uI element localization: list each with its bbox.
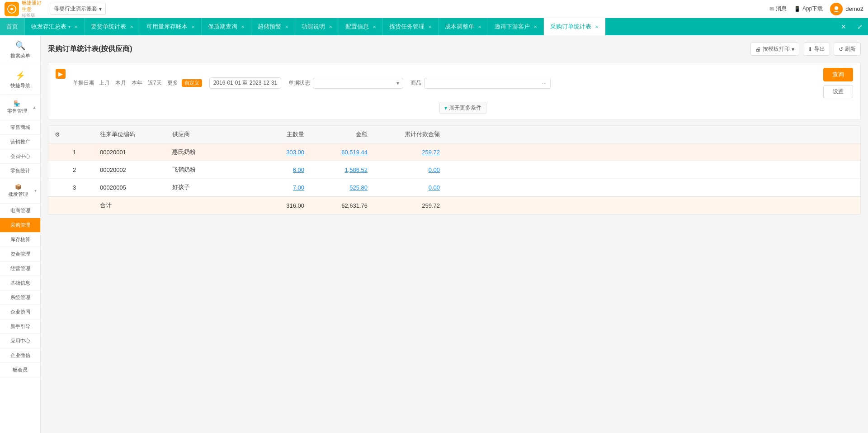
row-expand [48, 179, 66, 197]
sidebar-item-quick-nav[interactable]: ⚡ 快捷导航 [0, 65, 40, 95]
sidebar-item-retail-stats[interactable]: 零售统计 [0, 164, 40, 178]
tab-restore-button[interactable]: ⤢ [852, 18, 868, 35]
sidebar-item-enterprise[interactable]: 企业协同 [0, 305, 40, 319]
sidebar-item-basics[interactable]: 基础信息 [0, 276, 40, 290]
date-custom-badge[interactable]: 自定义 [182, 79, 202, 87]
sidebar-item-retail[interactable]: 🏪 零售管理 ▲ [0, 95, 40, 120]
tab-config-info[interactable]: 配置信息 ✕ [339, 18, 383, 35]
row-paid[interactable]: 0.00 [374, 161, 446, 179]
sidebar-item-app-center[interactable]: 应用中心 [0, 334, 40, 348]
sidebar-item-marketing[interactable]: 营销推广 [0, 135, 40, 149]
tab-close-icon[interactable]: ✕ [428, 24, 432, 29]
status-select[interactable]: ▾ [313, 78, 403, 89]
sidebar-item-operations[interactable]: 经营管理 [0, 262, 40, 276]
row-qty[interactable]: 7.00 [256, 179, 311, 197]
date-more[interactable]: 更多 [165, 78, 180, 88]
query-button[interactable]: 查询 [823, 68, 853, 81]
sidebar-item-new-guide[interactable]: 新手引导 [0, 319, 40, 334]
tab-goods-summary[interactable]: 要货单统计表 ✕ [85, 18, 140, 35]
sidebar-item-wholesale[interactable]: 📦 批发管理 ▾ [0, 178, 40, 204]
tab-cost-adjust[interactable]: 成本调整单 ✕ [439, 18, 488, 35]
th-spacer [446, 126, 860, 143]
sidebar-item-ecommerce[interactable]: 电商管理 [0, 204, 40, 218]
row-paid[interactable]: 0.00 [374, 179, 446, 197]
tab-close-all-button[interactable]: ✕ [835, 18, 852, 35]
tab-overstock-warning[interactable]: 超储预警 ✕ [251, 18, 295, 35]
table-row: 3 00020005 好孩子 7.00 525.80 0.00 [48, 179, 860, 197]
column-settings-icon[interactable]: ⚙ [55, 131, 60, 138]
th-settings[interactable]: ⚙ [48, 126, 66, 143]
export-button[interactable]: ⬇ 导出 [803, 43, 830, 56]
date-7days[interactable]: 近7天 [146, 78, 164, 88]
th-code[interactable]: 往来单位编码 [94, 126, 166, 143]
tab-close-icon[interactable]: ✕ [285, 24, 288, 29]
date-range-input[interactable]: 2016-01-01 至 2023-12-31 [209, 77, 281, 89]
row-seq: 1 [66, 143, 94, 161]
tab-warranty-query[interactable]: 保质期查询 ✕ [202, 18, 251, 35]
footer-paid: 259.72 [374, 196, 446, 214]
sidebar-item-finance[interactable]: 资金管理 [0, 247, 40, 262]
row-code: 00020005 [94, 179, 166, 197]
th-qty[interactable]: 主数量 [256, 126, 311, 143]
row-paid[interactable]: 259.72 [374, 143, 446, 161]
message-icon: ✉ [769, 6, 774, 12]
date-last-month[interactable]: 上月 [97, 78, 112, 88]
date-this-year[interactable]: 本年 [130, 78, 144, 88]
filter-toggle-button[interactable]: ▶ [56, 69, 66, 79]
tab-close-icon[interactable]: ✕ [329, 24, 332, 29]
th-paid[interactable]: 累计付款金额 [374, 126, 446, 143]
row-qty[interactable]: 303.00 [256, 143, 311, 161]
page-title-row: 采购订单统计表(按供应商) 🖨 按模板打印 ▾ ⬇ 导出 ↺ 刷新 [48, 43, 861, 56]
tab-receive-summary[interactable]: 收发存汇总表 ▾ ✕ [25, 18, 85, 35]
logo-icon [5, 2, 19, 16]
tab-home[interactable]: 首页 [0, 18, 25, 35]
tab-pick-task[interactable]: 拣货任务管理 ✕ [383, 18, 439, 35]
th-amount[interactable]: 金额 [311, 126, 374, 143]
row-seq: 2 [66, 161, 94, 179]
refresh-button[interactable]: ↺ 刷新 [834, 43, 861, 56]
app-download-button[interactable]: 📱 App下载 [794, 5, 823, 13]
tab-available-stock[interactable]: 可用量库存账本 ✕ [140, 18, 202, 35]
tab-close-icon[interactable]: ✕ [478, 24, 481, 29]
footer-seq [66, 196, 94, 214]
tab-close-icon[interactable]: ✕ [533, 24, 537, 29]
message-button[interactable]: ✉ 消息 [769, 5, 787, 13]
sidebar-item-search[interactable]: 🔍 搜索菜单 [0, 35, 40, 65]
workspace-selector[interactable]: 母婴行业演示账套 ▾ [50, 3, 106, 15]
tab-close-icon[interactable]: ✕ [191, 24, 195, 29]
goods-input[interactable]: ··· [424, 78, 551, 89]
settings-button[interactable]: 设置 [823, 85, 853, 98]
sidebar-item-system[interactable]: 系统管理 [0, 290, 40, 305]
row-amount[interactable]: 525.80 [311, 179, 374, 197]
sidebar-item-inventory[interactable]: 库存核算 [0, 233, 40, 247]
tab-close-icon[interactable]: ✕ [74, 24, 78, 29]
chevron-down-icon: ▾ [792, 46, 794, 52]
tab-invite-downstream[interactable]: 邀请下游客户 ✕ [488, 18, 544, 35]
quick-nav-icon: ⚡ [15, 71, 25, 81]
tab-close-active-icon[interactable]: ✕ [595, 24, 599, 29]
tab-purchase-summary[interactable]: 采购订单统计表 ✕ [544, 18, 605, 35]
sidebar-item-purchase[interactable]: 采购管理 [0, 218, 40, 233]
tab-close-icon[interactable]: ✕ [241, 24, 245, 29]
chevron-up-icon: ▲ [32, 105, 37, 110]
user-menu[interactable]: demo2 [830, 3, 863, 15]
download-icon: 📱 [794, 6, 801, 12]
tab-close-icon[interactable]: ✕ [373, 24, 376, 29]
th-supplier[interactable]: 供应商 [166, 126, 256, 143]
table-header-row: ⚙ 往来单位编码 供应商 主数量 金额 累计付款金额 [48, 126, 860, 143]
title-actions: 🖨 按模板打印 ▾ ⬇ 导出 ↺ 刷新 [750, 43, 861, 56]
sidebar-item-member2[interactable]: 畅会员 [0, 363, 40, 377]
footer-expand [48, 196, 66, 214]
template-print-button[interactable]: 🖨 按模板打印 ▾ [750, 43, 799, 56]
sidebar-item-member[interactable]: 会员中心 [0, 149, 40, 164]
tab-function-desc[interactable]: 功能说明 ✕ [295, 18, 339, 35]
row-amount[interactable]: 60,519.44 [311, 143, 374, 161]
sidebar-item-retail-mall[interactable]: 零售商城 [0, 120, 40, 135]
date-this-month[interactable]: 本月 [113, 78, 128, 88]
tab-close-icon[interactable]: ✕ [130, 24, 133, 29]
row-qty[interactable]: 6.00 [256, 161, 311, 179]
expand-button[interactable]: ▾ 展开更多条件 [439, 102, 486, 114]
sidebar-item-enterprise-wx[interactable]: 企业微信 [0, 348, 40, 363]
row-amount[interactable]: 1,586.52 [311, 161, 374, 179]
data-table-card: ⚙ 往来单位编码 供应商 主数量 金额 累计付款金额 1 [48, 125, 861, 215]
